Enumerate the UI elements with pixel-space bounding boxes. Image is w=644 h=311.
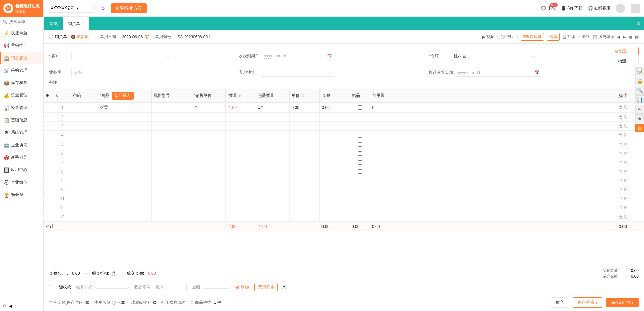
add-payment-btn[interactable]: ⊕ 添加 — [235, 284, 249, 290]
sidebar-item-basics[interactable]: 📋 基础信息 — [0, 114, 43, 126]
row-pkg-qty[interactable] — [256, 203, 289, 212]
row-delete-icon[interactable]: 🗑 — [619, 160, 623, 165]
row-copy-icon[interactable]: ⎘ — [624, 105, 627, 109]
row-barcode[interactable] — [71, 167, 98, 176]
float-btn-7[interactable]: 🔔 — [635, 124, 644, 132]
row-qty[interactable] — [225, 122, 256, 131]
calendar-icon[interactable]: 📅 — [145, 35, 150, 39]
row-unit[interactable] — [192, 158, 225, 167]
row-unit[interactable] — [192, 131, 225, 140]
row-delete-icon[interactable]: 🗑 — [619, 105, 623, 109]
float-btn-5[interactable]: ✏ — [635, 105, 644, 114]
sidebar-item-finance[interactable]: 💰 资金管理 — [0, 89, 43, 102]
row-barcode[interactable] — [71, 122, 98, 131]
row-pkg-qty[interactable] — [256, 131, 289, 140]
row-gift[interactable] — [350, 131, 370, 140]
row-delete-icon[interactable]: 🗑 — [619, 142, 623, 147]
row-price[interactable] — [289, 203, 319, 212]
row-amount[interactable] — [319, 203, 350, 212]
row-barcode[interactable] — [71, 158, 98, 167]
user-menu-icon[interactable] — [631, 4, 640, 13]
sidebar-item-enterprise[interactable]: 🏢 企业协同 — [0, 139, 43, 151]
row-gift[interactable] — [350, 203, 370, 212]
row-barcode[interactable] — [71, 212, 98, 222]
float-btn-4[interactable]: 📊 — [635, 95, 644, 104]
row-price[interactable] — [289, 176, 319, 185]
row-barcode[interactable] — [71, 103, 98, 113]
row-copy-icon[interactable]: ⎘ — [624, 196, 627, 201]
row-spec[interactable] — [151, 113, 192, 122]
row-unit[interactable] — [192, 140, 225, 149]
row-price[interactable] — [289, 140, 319, 149]
row-pkg-qty[interactable] — [256, 158, 289, 167]
row-gift[interactable] — [350, 122, 370, 131]
row-delete-icon[interactable]: 🗑 — [619, 151, 623, 156]
row-copy-icon[interactable]: ⎘ — [624, 124, 627, 128]
sidebar-item-marketing[interactable]: 📢 营销推广 — [0, 39, 43, 52]
row-pkg-qty[interactable] — [256, 113, 289, 122]
float-btn-3[interactable]: 🔍 — [635, 86, 644, 95]
row-delete-icon[interactable]: 🗑 — [619, 124, 623, 128]
row-qty[interactable] — [225, 113, 256, 122]
row-copy-icon[interactable]: ⎘ — [624, 215, 627, 219]
row-product[interactable] — [98, 167, 151, 176]
row-price[interactable] — [289, 158, 319, 167]
row-spec[interactable] — [151, 212, 192, 222]
settlement-select[interactable] — [95, 286, 129, 289]
row-gift[interactable] — [350, 140, 370, 149]
row-delete-icon[interactable]: 🗑 — [619, 205, 623, 210]
row-barcode[interactable] — [71, 185, 98, 194]
row-barcode[interactable] — [71, 194, 98, 203]
remark-input[interactable] — [69, 82, 639, 83]
row-amount[interactable] — [319, 140, 350, 149]
row-price[interactable] — [289, 212, 319, 222]
row-gift[interactable] — [350, 158, 370, 167]
row-product[interactable] — [98, 113, 151, 122]
row-pkg-qty[interactable] — [256, 167, 289, 176]
radio-return-order[interactable]: 退货单 — [71, 34, 89, 40]
float-btn-2[interactable]: 🔒 — [635, 77, 644, 85]
row-delete-icon[interactable]: 🗑 — [619, 115, 623, 119]
row-spec[interactable] — [151, 140, 192, 149]
delivery-date-input[interactable]: yyyy-mm-dd 📅 — [455, 69, 542, 77]
video-action-btn[interactable]: ▶ 视频 — [482, 34, 494, 40]
row-qty[interactable] — [225, 212, 256, 222]
message-badge[interactable]: 💬 消息 99+ — [541, 5, 556, 11]
one-click-pay-checkbox[interactable]: 一键收款 — [49, 284, 71, 290]
payment-amount-input[interactable] — [203, 286, 230, 289]
row-product[interactable] — [98, 131, 151, 140]
row-product[interactable] — [98, 194, 151, 203]
row-amount[interactable] — [319, 167, 350, 176]
row-product[interactable] — [98, 203, 151, 212]
row-qty[interactable] — [225, 203, 256, 212]
sidebar-item-vip[interactable]: 🏆 畅会员 — [0, 189, 43, 201]
row-qty[interactable] — [225, 158, 256, 167]
row-spec[interactable] — [151, 103, 192, 113]
row-qty[interactable] — [225, 185, 256, 194]
tab-sale-order[interactable]: 销货单 × — [63, 17, 89, 30]
row-product[interactable] — [98, 185, 151, 194]
row-delete-icon[interactable]: 🗑 — [619, 215, 623, 219]
row-price[interactable] — [289, 113, 319, 122]
row-product[interactable] — [98, 140, 151, 149]
row-copy-icon[interactable]: ⎘ — [624, 205, 627, 210]
row-qty[interactable]: -1.00 — [225, 103, 256, 113]
row-pkg-qty[interactable] — [256, 140, 289, 149]
nav-next-btn[interactable]: ▶ — [623, 35, 626, 39]
search-menu-item[interactable]: 🔍 搜索菜单 — [0, 17, 43, 27]
row-price[interactable] — [289, 167, 319, 176]
expense-split-btn[interactable]: 费用分摊 — [254, 283, 278, 291]
row-unit[interactable] — [192, 212, 225, 222]
select-order-btn[interactable]: 选单 — [547, 33, 560, 41]
row-gift[interactable] — [350, 149, 370, 158]
sidebar-item-inventory[interactable]: 📦 库存核算 — [0, 77, 43, 89]
row-copy-icon[interactable]: ⎘ — [624, 169, 627, 174]
row-gift[interactable] — [350, 194, 370, 203]
sidebar-item-quick-nav[interactable]: ⚡ 快捷导航 — [0, 27, 43, 39]
row-pkg-qty[interactable] — [256, 185, 289, 194]
row-price[interactable] — [289, 122, 319, 131]
row-product[interactable]: 拆贡 — [98, 103, 151, 113]
row-qty[interactable] — [225, 194, 256, 203]
tab-close-icon[interactable]: × — [82, 21, 84, 26]
float-btn-1[interactable]: 📝 — [635, 67, 644, 76]
